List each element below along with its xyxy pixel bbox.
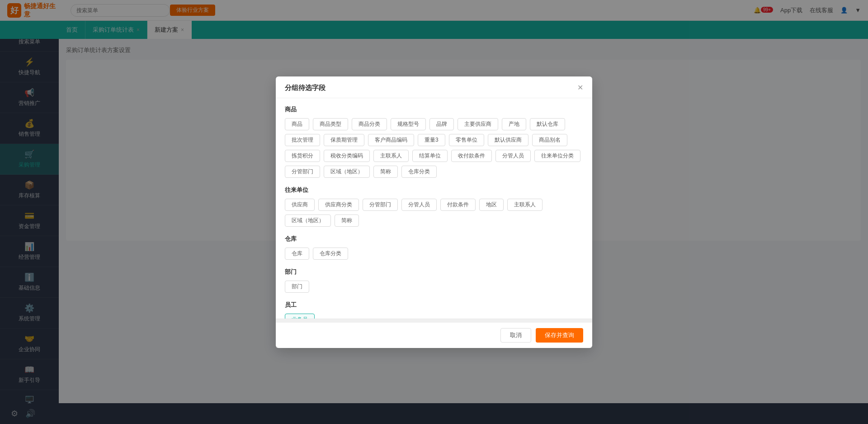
field-tag-0-22[interactable]: 分管部门 [285,166,320,178]
field-tag-0-11[interactable]: 重量3 [418,134,445,146]
field-tag-0-8[interactable]: 批次管理 [285,134,320,146]
field-tag-0-7[interactable]: 默认仓库 [530,118,565,130]
modal-footer: 取消 保存并查询 [276,322,592,348]
field-tag-0-0[interactable]: 商品 [285,118,309,130]
modal-body: 商品商品商品类型商品分类规格型号品牌主要供应商产地默认仓库批次管理保质期管理客户… [276,98,592,319]
section-title-3: 部门 [285,268,583,276]
modal-hscroll [276,319,592,322]
field-tag-0-13[interactable]: 默认供应商 [488,134,528,146]
field-tag-0-25[interactable]: 仓库分类 [401,166,437,178]
field-tag-3-0[interactable]: 部门 [285,281,309,293]
section-title-0: 商品 [285,105,583,114]
modal-header: 分组待选字段 ✕ [276,76,592,98]
modal-cancel-btn[interactable]: 取消 [500,328,531,343]
field-tag-2-1[interactable]: 仓库分类 [313,248,348,260]
field-tag-1-5[interactable]: 地区 [479,199,504,211]
modal-title: 分组待选字段 [285,84,326,92]
field-tag-0-15[interactable]: 拣货积分 [285,150,320,162]
field-tags-3: 部门 [285,281,583,293]
field-tag-0-24[interactable]: 简称 [373,166,398,178]
field-tag-0-12[interactable]: 零售单位 [449,134,484,146]
field-tag-0-21[interactable]: 往来单位分类 [534,150,580,162]
field-tag-0-19[interactable]: 收付款条件 [451,150,492,162]
field-tag-1-2[interactable]: 分管部门 [363,199,398,211]
field-section-0: 商品商品商品类型商品分类规格型号品牌主要供应商产地默认仓库批次管理保质期管理客户… [285,105,583,178]
field-tag-0-23[interactable]: 区域（地区） [324,166,370,178]
field-tag-1-8[interactable]: 简称 [335,214,359,227]
field-tag-0-2[interactable]: 商品分类 [352,118,387,130]
section-title-4: 员工 [285,301,583,309]
field-tag-1-3[interactable]: 分管人员 [401,199,437,211]
field-tag-0-16[interactable]: 税收分类编码 [324,150,370,162]
field-section-2: 仓库仓库仓库分类 [285,235,583,260]
field-tag-0-10[interactable]: 客户商品编码 [368,134,414,146]
field-tag-0-6[interactable]: 产地 [502,118,526,130]
field-tag-0-1[interactable]: 商品类型 [313,118,348,130]
section-title-1: 往来单位 [285,186,583,194]
field-tag-1-1[interactable]: 供应商分类 [318,199,359,211]
field-section-3: 部门部门 [285,268,583,293]
field-tag-0-18[interactable]: 结算单位 [412,150,448,162]
field-tags-4: 业务员 [285,314,583,319]
field-tag-0-5[interactable]: 主要供应商 [458,118,498,130]
field-tag-1-0[interactable]: 供应商 [285,199,315,211]
field-tag-0-14[interactable]: 商品别名 [532,134,567,146]
field-tag-1-4[interactable]: 付款条件 [440,199,476,211]
field-tag-1-6[interactable]: 主联系人 [507,199,542,211]
field-tag-0-3[interactable]: 规格型号 [391,118,426,130]
field-tag-2-0[interactable]: 仓库 [285,248,309,260]
modal-close-btn[interactable]: ✕ [577,84,583,91]
field-tags-2: 仓库仓库分类 [285,248,583,260]
field-tags-0: 商品商品类型商品分类规格型号品牌主要供应商产地默认仓库批次管理保质期管理客户商品… [285,118,583,178]
field-tag-0-4[interactable]: 品牌 [429,118,454,130]
field-tag-4-0[interactable]: 业务员 [285,314,315,319]
modal-select-field: 分组待选字段 ✕ 商品商品商品类型商品分类规格型号品牌主要供应商产地默认仓库批次… [276,76,592,348]
field-tag-0-9[interactable]: 保质期管理 [324,134,364,146]
field-tag-0-20[interactable]: 分管人员 [495,150,531,162]
field-tags-1: 供应商供应商分类分管部门分管人员付款条件地区主联系人区域（地区）简称 [285,199,583,227]
section-title-2: 仓库 [285,235,583,243]
modal-overlay: 分组待选字段 ✕ 商品商品商品类型商品分类规格型号品牌主要供应商产地默认仓库批次… [0,0,868,403]
modal-confirm-btn[interactable]: 保存并查询 [536,328,583,343]
field-section-1: 往来单位供应商供应商分类分管部门分管人员付款条件地区主联系人区域（地区）简称 [285,186,583,227]
field-tag-0-17[interactable]: 主联系人 [373,150,409,162]
field-tag-1-7[interactable]: 区域（地区） [285,214,331,227]
field-section-4: 员工业务员 [285,301,583,319]
